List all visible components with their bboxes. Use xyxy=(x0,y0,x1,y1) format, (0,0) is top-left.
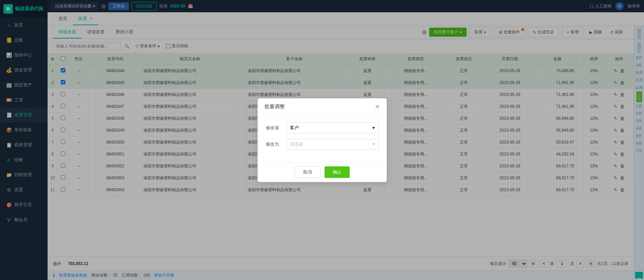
dropdown-chevron-icon2: ▾ xyxy=(372,142,375,147)
modify-item-select[interactable]: 客户 ▾ xyxy=(286,122,379,133)
modify-item-label: 修改项 xyxy=(266,125,286,131)
modify-to-placeholder: 请选择 xyxy=(290,141,303,147)
dropdown-chevron-icon: ▾ xyxy=(372,125,375,130)
modal-title: 批量调整 xyxy=(264,103,285,110)
confirm-btn[interactable]: 确认 xyxy=(325,166,350,178)
modal-body: 修改项 客户 ▾ 修改为 请选择 ▾ xyxy=(258,116,387,162)
modal-overlay: 批量调整 ✕ 修改项 客户 ▾ 修改为 请选择 ▾ 取消 确认 xyxy=(0,0,644,280)
batch-adjust-modal: 批量调整 ✕ 修改项 客户 ▾ 修改为 请选择 ▾ 取消 确认 xyxy=(258,98,387,182)
modify-item-value: 客户 xyxy=(290,125,299,131)
modify-to-select[interactable]: 请选择 ▾ xyxy=(286,139,379,150)
modify-to-label: 修改为 xyxy=(266,141,286,147)
modal-footer: 取消 确认 xyxy=(258,162,387,182)
modal-row-item: 修改项 客户 ▾ xyxy=(266,122,379,133)
modal-header: 批量调整 ✕ xyxy=(258,98,387,116)
cancel-btn[interactable]: 取消 xyxy=(295,166,320,178)
modal-close-btn[interactable]: ✕ xyxy=(375,103,380,111)
modal-row-to: 修改为 请选择 ▾ xyxy=(266,139,379,150)
